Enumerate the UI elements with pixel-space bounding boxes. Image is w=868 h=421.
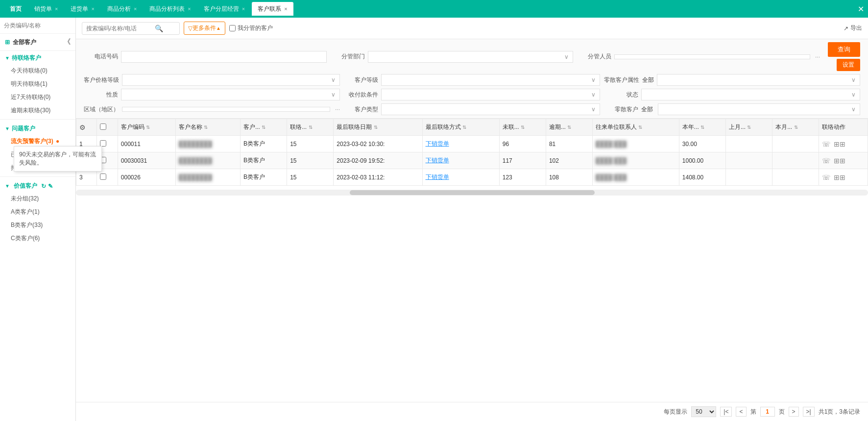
tab-customer-tier[interactable]: 客户分层经营 × [198, 2, 251, 16]
export-button[interactable]: ↗ 导出 [844, 24, 862, 32]
tab-goods-list[interactable]: 商品分析列表 × [144, 2, 196, 16]
tab-home[interactable]: 首页 [4, 2, 27, 16]
col-contacts[interactable]: 往来单位联系人 ⇅ [593, 119, 679, 136]
dept-select[interactable]: ∨ [368, 51, 574, 63]
row2-action-phone[interactable]: ☏ [822, 157, 831, 165]
status-select[interactable]: ∨ [641, 89, 860, 100]
customer-type-select[interactable]: ∨ [381, 103, 600, 115]
more-conditions-button[interactable]: ▽ 更多条件 ▲ [184, 22, 225, 35]
sidebar-item-week[interactable]: 近7天待联络(0) [0, 91, 75, 104]
tab-purchase[interactable]: 进货单 × [65, 2, 100, 16]
row1-action-phone[interactable]: ☏ [822, 140, 831, 148]
row1-action-more[interactable]: ⊞⊞ [834, 140, 845, 148]
tab-goods-analysis[interactable]: 商品分析 × [101, 2, 143, 16]
prev-page-button[interactable]: < [736, 407, 746, 417]
row3-action-more[interactable]: ⊞⊞ [834, 173, 845, 181]
all-customers-header[interactable]: ⊞ 全部客户 《 [0, 34, 75, 51]
retail-customer-select[interactable]: ∨ [658, 103, 860, 115]
sidebar-item-c-class[interactable]: C类客户(6) [0, 232, 75, 245]
row1-last-method-link[interactable]: 下销货单 [426, 140, 449, 147]
per-page-select[interactable]: 50 100 [691, 406, 716, 417]
col-last-month[interactable]: 上月... ⇅ [726, 119, 772, 136]
h-scrollbar-thumb[interactable] [350, 190, 595, 195]
row3-check[interactable] [100, 173, 106, 180]
row3-action-phone[interactable]: ☏ [822, 173, 831, 181]
first-page-button[interactable]: |< [720, 407, 732, 417]
last-page-button[interactable]: >| [803, 407, 815, 417]
col-settings[interactable]: ⚙ [76, 119, 97, 136]
col-last-method[interactable]: 最后联络方式 ⇅ [422, 119, 499, 136]
next-page-button[interactable]: > [789, 407, 799, 417]
sidebar-item-today[interactable]: 今天待联络(0) [0, 64, 75, 77]
manager-select[interactable] [614, 54, 810, 59]
h-scrollbar-area[interactable] [76, 186, 868, 199]
tab-goods-analysis-close[interactable]: × [134, 6, 137, 12]
price-level-select[interactable]: ∨ [122, 74, 340, 86]
table-settings-icon[interactable]: ⚙ [79, 124, 86, 131]
h-scrollbar[interactable] [76, 190, 868, 196]
all-customers-label: 全部客户 [13, 38, 36, 47]
col-uncontacted[interactable]: 未联... ⇅ [499, 119, 546, 136]
sidebar-item-overdue[interactable]: 逾期未联络(30) [0, 104, 75, 117]
row1-check[interactable] [100, 140, 106, 147]
col-this-year[interactable]: 本年... ⇅ [679, 119, 725, 136]
sidebar-group-problem[interactable]: ▼ 问题客户 [0, 122, 75, 135]
col-checkbox[interactable] [97, 119, 118, 136]
tab-sales-label: 销货单 [34, 5, 52, 13]
sidebar-group-pending[interactable]: ▼ 待联络客户 [0, 51, 75, 64]
divider2 [0, 176, 75, 177]
col-last-date[interactable]: 最后联络日期 ⇅ [334, 119, 422, 136]
col-last-date-label: 最后联络日期 [337, 124, 372, 130]
retail-attr-select[interactable]: ∨ [657, 74, 860, 86]
my-customers-check[interactable] [229, 25, 236, 31]
filter-search-icon[interactable]: 🔍 [155, 25, 163, 32]
per-page-label: 每页显示 [664, 408, 687, 416]
tab-customer-tier-close[interactable]: × [242, 6, 245, 12]
col-type[interactable]: 客户... ⇅ [240, 119, 287, 136]
row1-last-method[interactable]: 下销货单 [422, 136, 499, 152]
select-all-checkbox[interactable] [100, 124, 106, 130]
tab-sales[interactable]: 销货单 × [28, 2, 64, 16]
query-button[interactable]: 查询 [828, 42, 860, 57]
sidebar-item-tomorrow[interactable]: 明天待联络(1) [0, 77, 75, 91]
settings-button[interactable]: 设置 [837, 59, 860, 71]
sidebar-group-value[interactable]: ▼ 价值客户 ↻ ✎ [0, 179, 75, 192]
sidebar-item-a-class[interactable]: A类客户(1) [0, 205, 75, 219]
page-input[interactable] [760, 407, 775, 417]
row3-this-year: 1408.00 [679, 169, 725, 186]
row2-last-method[interactable]: 下销货单 [422, 152, 499, 169]
col-overdue[interactable]: 逾期... ⇅ [546, 119, 592, 136]
level-select[interactable]: ∨ [381, 74, 600, 86]
row2-action-more[interactable]: ⊞⊞ [834, 157, 845, 165]
tab-customer-contact[interactable]: 客户联系 × [252, 2, 293, 16]
sidebar-item-b-class[interactable]: B类客户(33) [0, 219, 75, 232]
tab-sales-close[interactable]: × [55, 6, 58, 12]
my-customers-checkbox[interactable]: 我分管的客户 [229, 24, 273, 32]
sidebar-search-input[interactable] [4, 22, 76, 29]
sidebar-collapse-btn[interactable]: 《 [64, 38, 71, 47]
window-close-button[interactable]: ✕ [858, 4, 864, 14]
tab-purchase-close[interactable]: × [91, 6, 94, 12]
tab-customer-contact-close[interactable]: × [284, 6, 287, 12]
sort-icon-name: ⇅ [204, 124, 208, 130]
row2-last-method-link[interactable]: 下销货单 [426, 157, 449, 164]
nature-select[interactable]: ∨ [121, 89, 340, 100]
refresh-icon[interactable]: ↻ [41, 183, 46, 190]
row3-last-method-link[interactable]: 下销货单 [426, 173, 449, 180]
payment-select[interactable]: ∨ [381, 89, 600, 100]
row3-last-method[interactable]: 下销货单 [422, 169, 499, 186]
col-contact-count[interactable]: 联络... ⇅ [287, 119, 334, 136]
area-dots[interactable]: ··· [335, 106, 340, 113]
filter-search-input[interactable] [86, 25, 155, 32]
area-select[interactable] [122, 107, 330, 112]
col-name[interactable]: 客户名称 ⇅ [175, 119, 240, 136]
row2-contacts: ████ ███ [593, 152, 679, 169]
sidebar-item-ungroup[interactable]: 未分组(32) [0, 192, 75, 205]
sidebar-search-box: 🔍 [0, 18, 75, 34]
edit-icon[interactable]: ✎ [48, 183, 53, 190]
tab-goods-list-close[interactable]: × [188, 6, 191, 12]
col-this-month[interactable]: 本月... ⇅ [772, 119, 819, 136]
manager-dots[interactable]: ··· [815, 53, 820, 60]
col-code[interactable]: 客户编码 ⇅ [118, 119, 175, 136]
phone-input[interactable] [121, 51, 327, 63]
